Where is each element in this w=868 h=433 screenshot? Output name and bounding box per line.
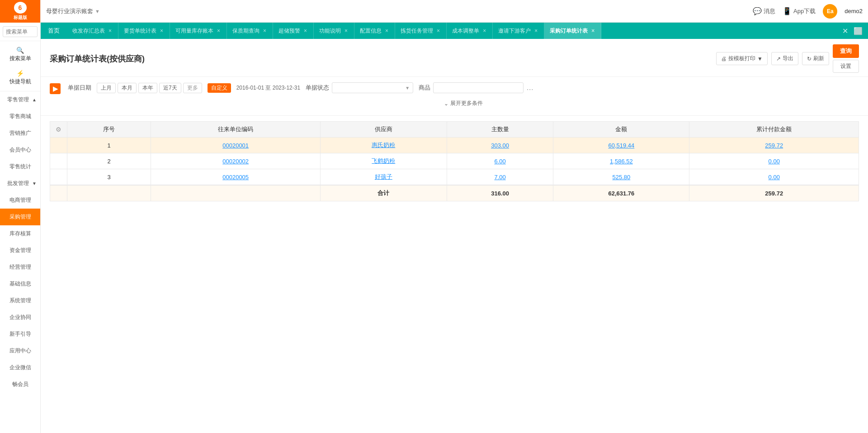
row2-supplier-name-link[interactable]: 飞鹤奶粉 — [372, 157, 395, 164]
row2-supplier-code-cell: 00020002 — [151, 153, 320, 169]
date-shortcut-7days[interactable]: 近7天 — [159, 83, 181, 93]
settings-button[interactable]: 设置 — [833, 60, 859, 73]
tab-home[interactable]: 首页 — [41, 23, 67, 39]
row3-amount-link[interactable]: 525.80 — [613, 174, 631, 181]
row2-main-qty-link[interactable]: 6.00 — [494, 158, 505, 165]
sidebar-item-wholesale[interactable]: 批发管理 ▼ — [0, 175, 40, 192]
date-custom-badge[interactable]: 自定义 — [208, 83, 231, 93]
tab-receive-summary[interactable]: 收发存汇总表 × — [67, 23, 118, 39]
query-button[interactable]: 查询 — [833, 44, 859, 58]
refresh-button[interactable]: ↻ 刷新 — [802, 52, 829, 65]
sidebar-item-shortcut[interactable]: ⚡ 快捷导航 — [0, 66, 40, 89]
row3-paid-amount-link[interactable]: 0.00 — [769, 174, 780, 181]
tab-order-summary[interactable]: 要货单统计表 × — [118, 23, 170, 39]
sidebar-item-finance[interactable]: 资金管理 — [0, 242, 40, 259]
expand-more-button[interactable]: ⌄ 展开更多条件 — [68, 97, 859, 110]
row3-main-qty-link[interactable]: 7.00 — [494, 174, 505, 181]
sidebar-item-retail-stats[interactable]: 零售统计 — [0, 158, 40, 175]
row2-paid-amount-link[interactable]: 0.00 — [769, 158, 780, 165]
tabbar-controls: ✕ ⬜ — [837, 26, 868, 36]
tab-cost-adjust-close[interactable]: × — [482, 28, 487, 34]
row3-settings-cell — [50, 169, 67, 186]
date-shortcut-more[interactable]: 更多 — [183, 83, 202, 93]
row1-supplier-name-link[interactable]: 惠氏奶粉 — [372, 142, 395, 148]
app-download-button[interactable]: 📱 App下载 — [783, 7, 816, 15]
tab-expiry-query[interactable]: 保质期查询 × — [227, 23, 273, 39]
row1-supplier-code-link[interactable]: 00020001 — [222, 142, 249, 149]
tab-cost-adjust[interactable]: 成本调整单 × — [447, 23, 493, 39]
row2-amount-link[interactable]: 1,586.52 — [610, 158, 633, 165]
tab-order-summary-close[interactable]: × — [159, 28, 164, 34]
tab-pick-task[interactable]: 拣货任务管理 × — [395, 23, 447, 39]
row3-supplier-name-link[interactable]: 好孩子 — [375, 173, 392, 180]
filter-toggle-button[interactable]: ▶ — [50, 83, 61, 94]
tab-invite-downstream[interactable]: 邀请下游客户 × — [493, 23, 544, 39]
tab-pick-task-close[interactable]: × — [436, 28, 441, 34]
expand-more-label: 展开更多条件 — [450, 100, 483, 107]
sidebar-item-apps[interactable]: 应用中心 — [0, 343, 40, 359]
row3-supplier-code-link[interactable]: 00020005 — [222, 174, 249, 181]
footer-amount-cell: 62,631.76 — [553, 185, 689, 201]
sidebar-item-system[interactable]: 系统管理 — [0, 292, 40, 309]
tab-purchase-stats-close[interactable]: × — [590, 28, 595, 34]
row1-amount-link[interactable]: 60,519.44 — [608, 142, 634, 149]
goods-filter-label: 商品 — [419, 84, 430, 92]
sidebar-item-guide[interactable]: 新手引导 — [0, 326, 40, 343]
sidebar: 6 标题版 🔍 搜索菜单 ⚡ 快捷导航 零售管理 ▲ 零售商城 营销推广 会员中… — [0, 0, 41, 433]
tab-receive-summary-close[interactable]: × — [108, 28, 113, 34]
sidebar-item-purchase-label: 采购管理 — [9, 213, 31, 221]
sidebar-item-member2[interactable]: 畅会员 — [0, 376, 40, 393]
tabbar-close-all-btn[interactable]: ✕ — [840, 26, 850, 36]
sidebar-item-operations[interactable]: 经营管理 — [0, 259, 40, 276]
date-shortcut-this-month[interactable]: 本月 — [118, 83, 137, 93]
sidebar-item-retail-shop[interactable]: 零售商城 — [0, 108, 40, 125]
sidebar-item-corp[interactable]: 企业协同 — [0, 309, 40, 326]
workspace-selector[interactable]: 母婴行业演示账套 ▼ — [46, 7, 100, 15]
tabbar-maximize-btn[interactable]: ⬜ — [852, 26, 864, 36]
sidebar-item-wechat[interactable]: 企业微信 — [0, 359, 40, 376]
sidebar-item-apps-label: 应用中心 — [9, 347, 31, 355]
message-button[interactable]: 💬 消息 — [753, 7, 775, 15]
sidebar-item-retail[interactable]: 零售管理 ▲ — [0, 91, 40, 108]
username-label[interactable]: demo2 — [844, 8, 863, 14]
sidebar-item-inventory[interactable]: 库存核算 — [0, 225, 40, 242]
date-shortcut-this-year[interactable]: 本年 — [138, 83, 157, 93]
search-input[interactable] — [3, 26, 38, 37]
sidebar-item-search[interactable]: 🔍 搜索菜单 — [0, 43, 40, 66]
row2-supplier-name-cell: 飞鹤奶粉 — [320, 153, 447, 169]
row2-settings-cell — [50, 153, 67, 169]
row1-main-qty-link[interactable]: 303.00 — [491, 142, 509, 149]
template-dropdown-icon: ▼ — [757, 56, 763, 62]
tab-overstock-warning[interactable]: 超储预警 × — [273, 23, 314, 39]
table-header: ⚙ 序号 往来单位编码 供应商 主数量 金额 累计付款金额 — [50, 122, 859, 138]
sidebar-item-ecommerce-label: 电商管理 — [9, 196, 31, 204]
tab-config-info[interactable]: 配置信息 × — [354, 23, 395, 39]
tab-function-desc-close[interactable]: × — [344, 28, 349, 34]
sidebar-item-marketing[interactable]: 营销推广 — [0, 125, 40, 142]
sidebar-item-purchase[interactable]: 采购管理 — [0, 209, 40, 225]
topbar: 母婴行业演示账套 ▼ 💬 消息 📱 App下载 Ea demo2 — [41, 0, 868, 23]
tab-config-info-close[interactable]: × — [384, 28, 389, 34]
date-shortcut-last-month[interactable]: 上月 — [97, 83, 116, 93]
th-no: 序号 — [67, 122, 151, 138]
template-print-button[interactable]: 🖨 按模板打印 ▼ — [716, 52, 768, 65]
sidebar-item-member[interactable]: 会员中心 — [0, 142, 40, 158]
tab-expiry-query-close[interactable]: × — [262, 28, 267, 34]
table-settings-gear-icon[interactable]: ⚙ — [56, 126, 61, 133]
tab-inventory-book[interactable]: 可用量库存账本 × — [170, 23, 227, 39]
tab-function-desc[interactable]: 功能说明 × — [314, 23, 354, 39]
user-avatar[interactable]: Ea — [823, 4, 837, 19]
export-button[interactable]: ↗ 导出 — [771, 52, 798, 65]
sidebar-item-ecommerce[interactable]: 电商管理 — [0, 192, 40, 209]
tab-purchase-stats[interactable]: 采购订单统计表 × — [544, 23, 601, 39]
tab-overstock-warning-close[interactable]: × — [303, 28, 308, 34]
goods-input[interactable] — [433, 82, 524, 93]
row2-supplier-code-link[interactable]: 00020002 — [222, 158, 249, 165]
goods-input-more-icon[interactable]: … — [526, 84, 533, 92]
tab-invite-downstream-close[interactable]: × — [533, 28, 538, 34]
row1-supplier-code-cell: 00020001 — [151, 138, 320, 153]
tab-inventory-book-close[interactable]: × — [216, 28, 221, 34]
status-select[interactable] — [332, 82, 413, 93]
row1-paid-amount-link[interactable]: 259.72 — [765, 142, 783, 149]
sidebar-item-basic[interactable]: 基础信息 — [0, 276, 40, 292]
